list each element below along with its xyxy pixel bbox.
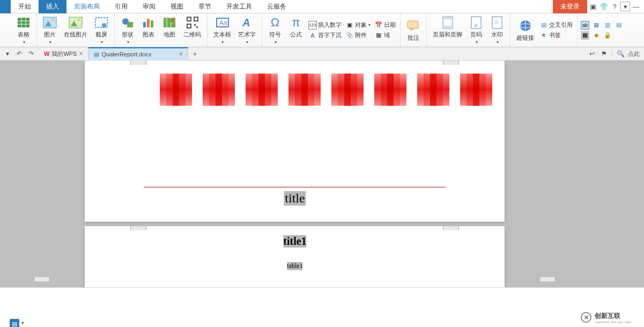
chart-icon bbox=[142, 16, 156, 30]
svg-text:水: 水 bbox=[494, 19, 499, 25]
eraser-icon[interactable]: ◆ bbox=[592, 31, 601, 40]
login-button[interactable]: 未登录 bbox=[553, 0, 587, 13]
tool4-icon[interactable]: ▤ bbox=[615, 21, 623, 30]
shapes-button[interactable]: 形状▾ bbox=[118, 14, 137, 46]
undo-icon[interactable]: ↶ bbox=[15, 49, 24, 58]
header-footer-icon bbox=[441, 16, 455, 30]
menu-start[interactable]: 开始 bbox=[11, 0, 39, 13]
wordart-button[interactable]: A艺术字▾ bbox=[235, 14, 258, 46]
nav-dropdown-icon[interactable]: ▾ bbox=[3, 49, 12, 58]
wordart-icon: A bbox=[240, 16, 254, 30]
fx-icon[interactable]: ab bbox=[581, 21, 589, 30]
doc-table1-placeholder[interactable]: table1 bbox=[287, 262, 302, 270]
qrcode-button[interactable]: 二维码 bbox=[181, 14, 204, 46]
comment-icon bbox=[406, 19, 420, 33]
close-icon[interactable]: × bbox=[179, 50, 182, 58]
menu-review[interactable]: 审阅 bbox=[135, 0, 163, 13]
doc-main-title[interactable]: title bbox=[284, 191, 306, 206]
doc-title1[interactable]: title1 bbox=[283, 235, 306, 248]
svg-text:A: A bbox=[242, 17, 250, 28]
chart-button[interactable]: 图表 bbox=[139, 14, 158, 46]
menu-cloud[interactable]: 云服务 bbox=[260, 0, 294, 13]
tool2-icon[interactable]: ▦ bbox=[592, 21, 601, 30]
help-icon[interactable]: ? bbox=[610, 2, 619, 11]
attachment-button[interactable]: 📎附件 bbox=[344, 31, 372, 40]
cross-reference-button[interactable]: ▤交叉引用 bbox=[538, 20, 574, 30]
paperclip-icon: 📎 bbox=[345, 31, 354, 40]
equation-button[interactable]: π公式 bbox=[286, 14, 306, 46]
screenshot-button[interactable]: 截屏▾ bbox=[92, 14, 111, 46]
online-picture-icon bbox=[69, 16, 83, 30]
number-icon: 123 bbox=[308, 21, 317, 30]
bookmark-button[interactable]: ★书签 bbox=[538, 31, 574, 40]
tshirt-icon[interactable]: 👕 bbox=[599, 2, 609, 11]
picture-icon bbox=[43, 16, 57, 30]
date-button[interactable]: 📅日期 bbox=[373, 20, 397, 30]
menu-devtools[interactable]: 开发工具 bbox=[219, 0, 260, 13]
menu-view[interactable]: 视图 bbox=[163, 0, 191, 13]
comment-button[interactable]: 批注 bbox=[404, 17, 423, 43]
flag-icon[interactable]: ⚑ bbox=[599, 49, 608, 58]
table-icon bbox=[17, 16, 31, 30]
chevron-down-icon[interactable]: ▾ bbox=[620, 2, 630, 11]
minimize-icon[interactable]: — bbox=[631, 2, 641, 11]
svg-rect-32 bbox=[443, 26, 453, 28]
textbox-button[interactable]: A≡文本框▾ bbox=[211, 14, 234, 46]
symbol-button[interactable]: Ω符号▾ bbox=[265, 14, 285, 46]
dropcap-button[interactable]: A首字下沉 bbox=[307, 31, 343, 40]
object-button[interactable]: ▣对象▾ bbox=[344, 20, 372, 30]
bookmark-icon: ★ bbox=[539, 31, 548, 40]
watermark-icon: 水 bbox=[490, 16, 504, 30]
pixelated-header-image bbox=[160, 74, 492, 106]
watermark-button[interactable]: 水水印▾ bbox=[487, 14, 507, 46]
search-icon[interactable]: 🔍 bbox=[616, 49, 625, 58]
horizontal-rule bbox=[144, 187, 446, 187]
rewind-icon[interactable]: ↩ bbox=[588, 49, 596, 58]
svg-text:#: # bbox=[475, 23, 477, 28]
svg-point-19 bbox=[171, 19, 174, 22]
online-image-button[interactable]: 在线图片 bbox=[61, 14, 90, 46]
calendar-icon: 📅 bbox=[374, 21, 383, 30]
table-button[interactable]: 表格▾ bbox=[14, 14, 33, 46]
hyperlink-button[interactable]: 超链接 bbox=[514, 17, 537, 43]
grid-icon[interactable]: ▦ bbox=[581, 31, 589, 40]
margin-mark bbox=[539, 277, 556, 281]
page-number-button[interactable]: #页码▾ bbox=[467, 14, 486, 46]
svg-point-10 bbox=[78, 19, 80, 21]
map-button[interactable]: 地图 bbox=[160, 14, 179, 46]
shapes-icon bbox=[121, 16, 135, 30]
redo-icon[interactable]: ↷ bbox=[27, 49, 35, 58]
omega-icon: Ω bbox=[268, 16, 282, 30]
field-button[interactable]: ▦域 bbox=[373, 31, 397, 40]
field-icon: ▦ bbox=[374, 31, 383, 40]
menu-references[interactable]: 引用 bbox=[107, 0, 135, 13]
close-icon[interactable]: × bbox=[79, 50, 83, 57]
wps-home-tab[interactable]: W 我的WPS × bbox=[39, 47, 88, 61]
menu-page-layout[interactable]: 页面布局 bbox=[66, 0, 107, 13]
margin-mark bbox=[130, 226, 146, 230]
tool3-icon[interactable]: ▥ bbox=[603, 21, 612, 30]
svg-rect-17 bbox=[151, 20, 153, 27]
svg-rect-18 bbox=[164, 18, 175, 27]
lock-icon[interactable]: 🔒 bbox=[603, 31, 612, 40]
document-tab[interactable]: ▤ QuaterReport.docx × bbox=[88, 47, 188, 61]
new-tab-button[interactable]: + bbox=[188, 49, 201, 58]
document-page: title bbox=[85, 61, 505, 222]
insert-number-button[interactable]: 123插入数字 bbox=[307, 20, 343, 30]
menu-insert[interactable]: 插入 bbox=[39, 0, 66, 13]
svg-rect-15 bbox=[143, 22, 146, 27]
menu-sections[interactable]: 章节 bbox=[191, 0, 219, 13]
brand-watermark: ✕ 创新互联 CHUANG XIN HU LIAN bbox=[578, 310, 642, 325]
svg-rect-22 bbox=[187, 24, 191, 28]
margin-mark bbox=[443, 226, 459, 230]
chevron-down-icon[interactable]: ▾ bbox=[21, 320, 24, 325]
page-break-icon[interactable]: ▤ bbox=[10, 319, 19, 327]
app-menu-edge[interactable] bbox=[0, 0, 11, 13]
svg-rect-23 bbox=[194, 24, 196, 26]
header-footer-button[interactable]: 页眉和页脚 bbox=[430, 14, 465, 46]
image-button[interactable]: 图片▾ bbox=[40, 14, 60, 46]
menu-bar: 开始 插入 页面布局 引用 审阅 视图 章节 开发工具 云服务 未登录 ▣ 👕 … bbox=[0, 0, 644, 13]
qrcode-icon bbox=[186, 16, 199, 30]
skin-icon[interactable]: ▣ bbox=[588, 2, 598, 11]
document-canvas[interactable]: title title1 table1 title2 table2 ▤ ▾ ✕ … bbox=[0, 61, 644, 327]
